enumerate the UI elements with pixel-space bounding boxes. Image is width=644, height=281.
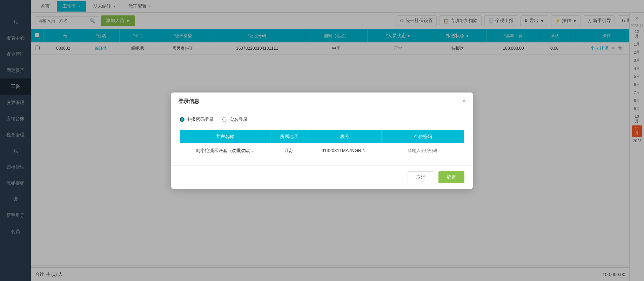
- modal-tax-pwd-cell[interactable]: [382, 143, 464, 158]
- modal-client-name: 刘小艳演示账套（勿删勿动...: [180, 143, 270, 158]
- login-modal: 登录信息 × 申报密码登录 实名登录 客户名称 所属地区: [171, 92, 473, 189]
- tax-pwd-input[interactable]: [387, 148, 459, 153]
- modal-close-icon[interactable]: ×: [462, 98, 466, 104]
- modal-table-row: 刘小艳演示账套（勿删勿动... 江苏 91320811MA7NGR2...: [180, 143, 464, 158]
- modal-tax-id: 91320811MA7NGR2...: [308, 143, 382, 158]
- radio-realname-login[interactable]: 实名登录: [222, 116, 248, 123]
- modal-col-client: 客户名称: [180, 130, 270, 143]
- modal-footer: 取消 确定: [171, 165, 473, 189]
- modal-header: 登录信息 ×: [171, 92, 473, 109]
- modal-table-header: 客户名称 所属地区 税号 个税密码: [180, 130, 464, 143]
- login-type-radio-group: 申报密码登录 实名登录: [180, 116, 464, 123]
- cancel-button[interactable]: 取消: [408, 171, 434, 183]
- modal-col-region: 所属地区: [270, 130, 308, 143]
- confirm-button[interactable]: 确定: [438, 171, 464, 183]
- modal-col-tax-id: 税号: [308, 130, 382, 143]
- modal-region: 江苏: [270, 143, 308, 158]
- radio-realname-input[interactable]: [222, 117, 227, 122]
- login-info-table: 客户名称 所属地区 税号 个税密码 刘小艳演示账套（勿删勿动... 江苏 913…: [180, 130, 464, 158]
- radio-password-login[interactable]: 申报密码登录: [180, 116, 214, 123]
- modal-overlay: 登录信息 × 申报密码登录 实名登录 客户名称 所属地区: [0, 0, 644, 281]
- modal-body: 申报密码登录 实名登录 客户名称 所属地区 税号 个税密码: [171, 109, 473, 165]
- modal-col-tax-pwd: 个税密码: [382, 130, 464, 143]
- radio-password-input[interactable]: [180, 117, 185, 122]
- modal-title: 登录信息: [178, 98, 199, 105]
